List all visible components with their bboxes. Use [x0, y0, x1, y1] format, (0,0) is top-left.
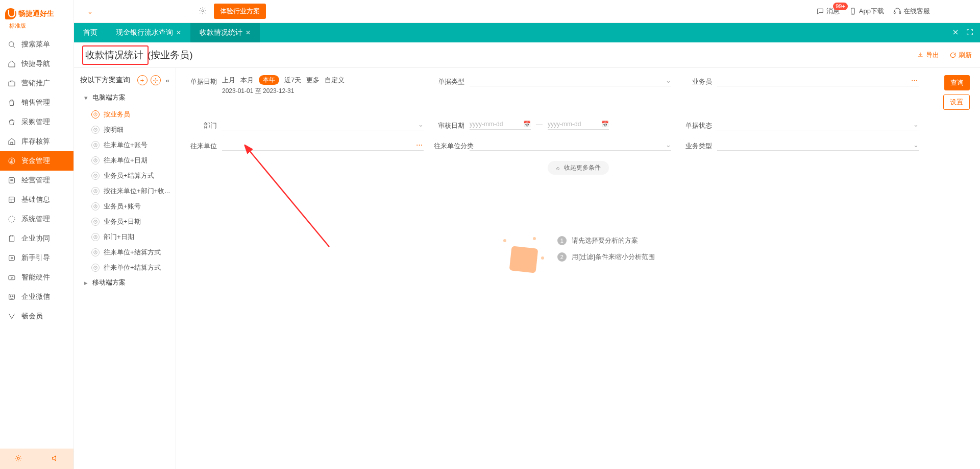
chevron-down-icon: ⌄	[913, 141, 919, 149]
bill-status-select[interactable]: ⌄	[717, 119, 919, 130]
svg-rect-2	[9, 82, 15, 86]
app-download-link[interactable]: App下载	[849, 7, 884, 16]
dept-select[interactable]: ⌄	[222, 119, 424, 130]
nav-icon	[7, 59, 16, 68]
chevron-down-icon: ⌄	[87, 8, 93, 15]
date-placeholder: yyyy-mm-dd	[470, 121, 503, 128]
tab-0[interactable]: 首页	[74, 23, 107, 42]
scheme-item-5[interactable]: 按往来单位+部门+收...	[91, 183, 176, 199]
scheme-item-label: 业务员+结算方式	[104, 171, 154, 180]
org-selector[interactable]: ⌄	[84, 8, 191, 15]
tab-1[interactable]: 现金银行流水查询✕	[107, 23, 190, 42]
scheme-item-icon	[91, 172, 100, 180]
refresh-button[interactable]: 刷新	[949, 51, 972, 60]
svg-marker-16	[11, 257, 13, 259]
ellipsis-icon[interactable]: ⋯	[911, 77, 919, 84]
audit-date-label: 审核日期	[434, 119, 470, 130]
nav-label: 畅会员	[21, 312, 43, 321]
export-button[interactable]: 导出	[917, 51, 939, 60]
scheme-item-1[interactable]: 按明细	[91, 122, 176, 137]
nav-item-13[interactable]: 企业微信	[0, 287, 74, 307]
experience-plan-button[interactable]: 体验行业方案	[214, 4, 266, 19]
tab-close-icon[interactable]: ✕	[246, 29, 251, 36]
partner-class-select[interactable]: ⌄	[470, 139, 671, 151]
nav-item-11[interactable]: 新手引导	[0, 248, 74, 268]
scheme-item-2[interactable]: 往来单位+账号	[91, 137, 176, 153]
audit-date-from[interactable]: yyyy-mm-dd📅	[470, 119, 531, 130]
nav-item-0[interactable]: 搜索菜单	[0, 35, 74, 54]
tab-2[interactable]: 收款情况统计✕	[190, 23, 260, 42]
scheme-group-label: 电脑端方案	[92, 93, 126, 102]
bill-status-field: 单据状态 ⌄	[681, 119, 919, 130]
scheme-item-0[interactable]: 按业务员	[91, 107, 176, 122]
empty-state: 1请先选择要分析的方案 2用[过滤]条件来缩小分析范围	[176, 175, 980, 469]
ellipsis-icon[interactable]: ⋯	[416, 141, 424, 149]
partner-select[interactable]: ⋯	[222, 139, 424, 151]
nav-item-7[interactable]: 经营管理	[0, 171, 74, 190]
nav-item-3[interactable]: 销售管理	[0, 93, 74, 112]
collapse-conditions-button[interactable]: 收起更多条件	[548, 161, 609, 175]
date-placeholder: yyyy-mm-dd	[548, 121, 581, 128]
scheme-item-4[interactable]: 业务员+结算方式	[91, 168, 176, 183]
date-shortcut-4[interactable]: 更多	[306, 76, 320, 85]
add-scheme-button[interactable]	[137, 75, 148, 85]
nav-item-6[interactable]: 资金管理	[0, 151, 74, 171]
svg-rect-3	[11, 142, 13, 145]
nav-item-5[interactable]: 库存核算	[0, 132, 74, 151]
scheme-item-6[interactable]: 业务员+账号	[91, 199, 176, 214]
nav-item-4[interactable]: 采购管理	[0, 112, 74, 132]
chevron-down-icon: ⌄	[418, 121, 424, 128]
refresh-label: 刷新	[959, 51, 972, 60]
scheme-item-icon	[91, 233, 100, 241]
settings-gear-icon[interactable]	[14, 454, 22, 464]
scheme-item-8[interactable]: 部门+日期	[91, 229, 176, 245]
collapse-panel-icon[interactable]: «	[166, 77, 169, 84]
nav-item-8[interactable]: 基础信息	[0, 190, 74, 209]
scheme-settings-button[interactable]	[151, 75, 161, 85]
filter-settings-button[interactable]: 设置	[943, 95, 970, 110]
nav-icon	[7, 253, 16, 263]
scheme-group-0[interactable]: ▾电脑端方案	[84, 90, 176, 105]
messages-link[interactable]: 消息 99+	[816, 7, 840, 16]
nav-item-1[interactable]: 快捷导航	[0, 54, 74, 74]
scheme-item-7[interactable]: 业务员+日期	[91, 214, 176, 229]
date-range-dash: —	[536, 121, 543, 128]
salesman-select[interactable]: ⋯	[717, 75, 919, 86]
scheme-group-1[interactable]: ▸移动端方案	[84, 275, 176, 290]
date-shortcut-1[interactable]: 本月	[240, 76, 254, 85]
scheme-item-3[interactable]: 往来单位+日期	[91, 153, 176, 168]
svg-point-23	[202, 10, 204, 12]
svg-point-21	[12, 296, 13, 297]
nav-item-9[interactable]: 系统管理	[0, 209, 74, 229]
nav-item-2[interactable]: 营销推广	[0, 74, 74, 93]
nav-icon	[7, 98, 16, 107]
query-button[interactable]: 查询	[944, 75, 970, 90]
tab-close-icon[interactable]: ✕	[176, 29, 181, 36]
nav-item-10[interactable]: 企业协同	[0, 229, 74, 248]
nav-label: 销售管理	[21, 98, 50, 107]
nav-item-14[interactable]: 畅会员	[0, 307, 74, 326]
date-shortcut-5[interactable]: 自定义	[325, 76, 345, 85]
speaker-icon[interactable]	[51, 454, 59, 464]
topbar-gear-icon[interactable]	[199, 7, 207, 16]
svg-point-20	[10, 296, 11, 297]
scheme-item-9[interactable]: 往来单位+结算方式	[91, 245, 176, 260]
biz-type-field: 业务类型 ⌄	[681, 139, 919, 151]
fullscreen-icon[interactable]	[966, 28, 974, 38]
bill-type-select[interactable]: ⌄	[470, 75, 671, 86]
nav-item-12[interactable]: 智能硬件	[0, 268, 74, 287]
tab-close-all-icon[interactable]	[951, 28, 960, 38]
online-cs-link[interactable]: 在线客服	[893, 7, 930, 16]
svg-rect-19	[9, 294, 15, 300]
scheme-item-icon	[91, 248, 100, 256]
date-shortcut-2[interactable]: 本年	[259, 75, 279, 85]
biz-type-select[interactable]: ⌄	[717, 139, 919, 151]
audit-date-to[interactable]: yyyy-mm-dd📅	[548, 119, 609, 130]
scheme-item-icon	[91, 187, 100, 195]
scheme-item-icon	[91, 141, 100, 149]
biz-type-label: 业务类型	[681, 139, 717, 151]
date-shortcut-0[interactable]: 上月	[222, 76, 235, 85]
scheme-item-10[interactable]: 往来单位+结算方式	[91, 260, 176, 275]
nav-icon	[7, 118, 16, 127]
date-shortcut-3[interactable]: 近7天	[284, 76, 301, 85]
